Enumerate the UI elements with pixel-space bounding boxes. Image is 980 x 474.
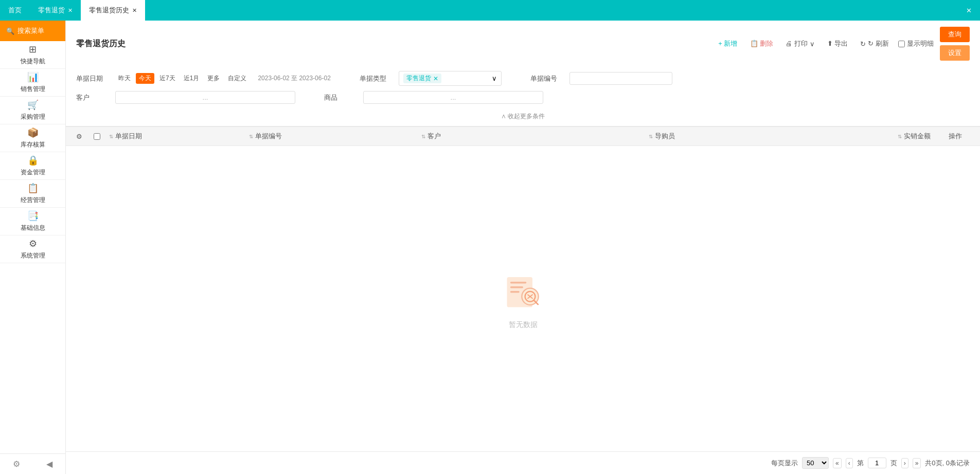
page-prev-button[interactable]: ‹ [846, 458, 853, 468]
sidebar-menu: ⊞ 快捷导航 📊 销售管理 🛒 采购管理 📦 库存核算 🔒 资金管理 📋 [0, 41, 65, 453]
doc-no-input[interactable] [569, 72, 672, 85]
window-close-button[interactable]: ✕ [966, 7, 980, 14]
th-amount-sort-icon: ⇅ [898, 134, 902, 139]
print-button[interactable]: 🖨 打印 ∨ [782, 37, 818, 50]
export-button[interactable]: ⬆ 导出 [824, 37, 851, 50]
date-today[interactable]: 今天 [136, 73, 154, 84]
sidebar-item-basic-info[interactable]: 📑 基础信息 [0, 208, 65, 235]
sidebar-item-funds-mgmt[interactable]: 🔒 资金管理 [0, 152, 65, 180]
date-yesterday[interactable]: 昨天 [115, 73, 134, 84]
refresh-button[interactable]: ↻ ↻ 刷新 [857, 37, 892, 50]
page-number-input[interactable] [868, 458, 886, 468]
sidebar-search[interactable]: 🔍 搜索菜单 [0, 21, 65, 41]
svg-rect-3 [510, 291, 519, 293]
th-date[interactable]: ⇅ 单据日期 [105, 132, 245, 141]
goods-filter-input[interactable]: ... [363, 91, 543, 104]
page-header: 零售退货历史 + 新增 📋 删除 🖨 打印 ∨ ⬆ 导出 [66, 21, 980, 126]
date-more[interactable]: 更多 [204, 73, 223, 84]
purchase-mgmt-icon: 🛒 [27, 99, 39, 111]
ops-mgmt-icon: 📋 [27, 183, 39, 194]
basic-info-icon: 📑 [27, 210, 39, 222]
collapse-filter-bar[interactable]: ∧ 收起更多条件 [76, 109, 970, 126]
empty-state-label: 暂无数据 [509, 320, 538, 330]
th-settings[interactable]: ⚙ [70, 133, 88, 140]
collapse-filter-label: ∧ 收起更多条件 [501, 112, 545, 121]
page-next-button[interactable]: › [901, 458, 908, 468]
tab-retail-return-label: 零售退货 [38, 6, 65, 15]
sidebar-item-basic-info-label: 基础信息 [21, 224, 45, 232]
th-customer-label: 客户 [427, 132, 441, 141]
sidebar-item-quick-nav[interactable]: ⊞ 快捷导航 [0, 41, 65, 69]
sales-mgmt-icon: 📊 [27, 71, 39, 83]
new-button-label: + 新增 [718, 39, 737, 48]
date-1month[interactable]: 近1月 [181, 73, 203, 84]
query-button[interactable]: 查询 [940, 27, 970, 42]
main-layout: 🔍 搜索菜单 ⊞ 快捷导航 📊 销售管理 🛒 采购管理 📦 库存核算 🔒 [0, 21, 980, 474]
date-7days[interactable]: 近7天 [156, 73, 179, 84]
select-all-checkbox[interactable] [94, 133, 100, 140]
show-detail-checkbox[interactable] [898, 41, 905, 47]
page-size-label: 每页显示 [771, 459, 798, 468]
th-date-sort-icon: ⇅ [109, 134, 113, 139]
settings-bottom-icon[interactable]: ⚙ [13, 459, 20, 469]
table-header: ⚙ ⇅ 单据日期 ⇅ 单据编号 ⇅ 客户 ⇅ [66, 126, 980, 146]
top-bar: 首页 零售退货 ✕ 零售退货历史 ✕ ✕ [0, 0, 980, 21]
sidebar-item-inventory-calc-label: 库存核算 [21, 140, 45, 149]
doc-type-tag-label: 零售退货 [406, 74, 431, 83]
page-input-suffix: 页 [890, 459, 897, 468]
sidebar-item-inventory-calc[interactable]: 📦 库存核算 [0, 124, 65, 152]
th-guide[interactable]: ⇅ 导购员 [645, 132, 817, 141]
settings-icon: ⚙ [76, 133, 82, 140]
new-button[interactable]: + 新增 [715, 37, 740, 50]
customer-filter-input[interactable]: ... [115, 91, 295, 104]
collapse-sidebar-icon[interactable]: ◀ [46, 459, 52, 469]
date-custom[interactable]: 自定义 [225, 73, 250, 84]
tab-retail-return[interactable]: 零售退货 ✕ [30, 0, 81, 21]
sidebar-item-system-mgmt-label: 系统管理 [21, 251, 45, 260]
svg-rect-1 [510, 282, 526, 284]
inventory-calc-icon: 📦 [27, 127, 39, 138]
date-filter-label: 单据日期 [76, 74, 107, 83]
toolbar: + 新增 📋 删除 🖨 打印 ∨ ⬆ 导出 ↻ ↻ 刷新 [715, 27, 970, 61]
filter-area: 单据日期 昨天 今天 近7天 近1月 更多 自定义 2023-06-02 至 2… [76, 66, 970, 126]
date-range-display: 2023-06-02 至 2023-06-02 [258, 74, 330, 83]
sidebar-item-purchase-mgmt[interactable]: 🛒 采购管理 [0, 97, 65, 124]
search-icon: 🔍 [6, 27, 14, 35]
page-total-label: 共0页, 0条记录 [925, 459, 970, 468]
doc-type-tag: 零售退货 ✕ [403, 74, 441, 83]
page-input-prefix: 第 [857, 459, 864, 468]
print-button-label: 🖨 打印 [786, 39, 808, 48]
sidebar-bottom: ⚙ ◀ [0, 453, 65, 474]
tab-home[interactable]: 首页 [0, 0, 30, 21]
th-checkbox[interactable] [88, 133, 105, 140]
page-size-select[interactable]: 20 50 100 [802, 457, 829, 469]
doc-type-filter-label: 单据类型 [360, 74, 390, 83]
sidebar-item-ops-mgmt[interactable]: 📋 经营管理 [0, 180, 65, 208]
th-operation-label: 操作 [949, 132, 962, 141]
customer-filter-label: 客户 [76, 93, 107, 102]
page-last-button[interactable]: » [913, 458, 921, 468]
sidebar-item-sales-mgmt[interactable]: 📊 销售管理 [0, 69, 65, 97]
doc-type-tag-remove[interactable]: ✕ [433, 75, 438, 82]
th-guide-label: 导购员 [655, 132, 675, 141]
print-dropdown-icon: ∨ [810, 40, 815, 48]
empty-state: 暂无数据 [66, 146, 980, 451]
tab-retail-return-history[interactable]: 零售退货历史 ✕ [81, 0, 145, 21]
sidebar-item-system-mgmt[interactable]: ⚙ 系统管理 [0, 235, 65, 263]
show-detail-checkbox-group[interactable]: 显示明细 [898, 39, 934, 48]
set-button[interactable]: 设置 [940, 45, 970, 61]
th-doc-no-label: 单据编号 [255, 132, 282, 141]
page-first-button[interactable]: « [833, 458, 842, 468]
tab-retail-return-history-label: 零售退货历史 [89, 6, 129, 15]
doc-type-select[interactable]: 零售退货 ✕ ∨ [399, 71, 502, 86]
export-button-label: ⬆ 导出 [827, 39, 848, 48]
pagination: 每页显示 20 50 100 « ‹ 第 页 › » 共0页, 0条记录 [66, 451, 980, 474]
tab-retail-return-history-close[interactable]: ✕ [132, 7, 137, 14]
delete-button[interactable]: 📋 删除 [747, 37, 777, 50]
tab-retail-return-close[interactable]: ✕ [68, 7, 73, 14]
th-doc-no[interactable]: ⇅ 单据编号 [245, 132, 417, 141]
th-amount[interactable]: ⇅ 实销金额 [817, 132, 935, 141]
th-date-label: 单据日期 [115, 132, 142, 141]
th-customer[interactable]: ⇅ 客户 [417, 132, 645, 141]
funds-mgmt-icon: 🔒 [27, 155, 39, 166]
